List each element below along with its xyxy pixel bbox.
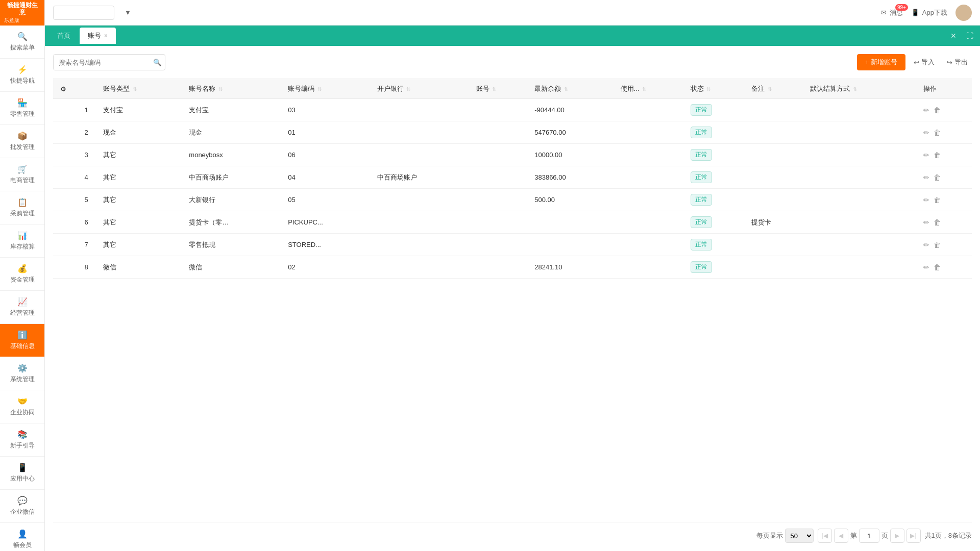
sidebar-item-system-mgmt[interactable]: ⚙️系统管理: [0, 357, 44, 390]
first-page-button[interactable]: |◀: [818, 529, 832, 543]
search-button[interactable]: 🔍: [150, 54, 165, 70]
row-bank: [373, 99, 472, 121]
delete-button[interactable]: 🗑: [934, 173, 941, 182]
edit-button[interactable]: ✏: [923, 173, 929, 182]
row-bank: [373, 121, 472, 144]
edit-button[interactable]: ✏: [923, 106, 929, 114]
sidebar-item-enterprise-wechat[interactable]: 💬企业微信: [0, 490, 44, 523]
sidebar-item-beginner-guide[interactable]: 📚新手引导: [0, 423, 44, 457]
row-usage: [617, 144, 687, 166]
fullscreen-button[interactable]: ⛶: [964, 30, 976, 42]
row-account-code: 04: [284, 166, 373, 189]
delete-button[interactable]: 🗑: [934, 218, 941, 227]
toolbar-right: + 新增账号 ↩ 导入 ↪ 导出: [857, 54, 972, 70]
per-page-select[interactable]: 102050100: [785, 529, 814, 543]
row-latest-balance: -90444.00: [530, 99, 616, 121]
tab-actions: ✕ ⛶: [947, 30, 976, 42]
row-settings: [53, 166, 74, 189]
sidebar-item-ecommerce-mgmt[interactable]: 🛒电商管理: [0, 158, 44, 191]
col-header-account-name[interactable]: 账号名称 ⇅: [185, 79, 284, 99]
row-default-settlement: [806, 211, 919, 234]
import-button[interactable]: ↩ 导入: [910, 54, 939, 70]
edit-button[interactable]: ✏: [923, 218, 929, 227]
sidebar-item-enterprise-agreement[interactable]: 🤝企业协同: [0, 390, 44, 423]
edit-button[interactable]: ✏: [923, 263, 929, 271]
tab-close-button[interactable]: ×: [104, 33, 108, 39]
col-header-default-settlement[interactable]: 默认结算方式 ⇅: [806, 79, 919, 99]
export-icon: ↪: [947, 59, 952, 66]
sidebar-item-basic-info[interactable]: ℹ️基础信息: [0, 324, 44, 357]
sidebar-item-label: 搜索菜单: [10, 43, 35, 52]
sidebar-item-quick-nav[interactable]: ⚡快捷导航: [0, 59, 44, 92]
sidebar-item-inventory[interactable]: 📊库存核算: [0, 224, 44, 258]
topbar-dropdown[interactable]: ▼: [125, 9, 131, 16]
col-header-status[interactable]: 状态 ⇅: [687, 79, 748, 99]
sidebar-item-member[interactable]: 👤畅会员: [0, 523, 44, 551]
delete-button[interactable]: 🗑: [934, 129, 941, 137]
row-account-no: [472, 99, 531, 121]
edit-button[interactable]: ✏: [923, 151, 929, 159]
sidebar-item-retail-mgmt[interactable]: 🏪零售管理: [0, 92, 44, 125]
edit-button[interactable]: ✏: [923, 241, 929, 249]
row-latest-balance: [530, 234, 616, 256]
sidebar-item-label: 库存核算: [10, 242, 35, 251]
user-avatar[interactable]: [955, 5, 972, 21]
sidebar-item-wholesale-mgmt[interactable]: 📦批发管理: [0, 125, 44, 158]
row-bank: [373, 189, 472, 211]
col-header-usage[interactable]: 使用... ⇅: [617, 79, 687, 99]
row-account-code: STORED...: [284, 234, 373, 256]
row-bank: [373, 256, 472, 279]
delete-button[interactable]: 🗑: [934, 241, 941, 249]
col-header-bank[interactable]: 开户银行 ⇅: [373, 79, 472, 99]
row-account-code: PICKUPC...: [284, 211, 373, 234]
row-action: ✏ 🗑: [919, 144, 972, 166]
row-action: ✏ 🗑: [919, 256, 972, 279]
row-account-type: 其它: [99, 234, 185, 256]
col-header-account-code[interactable]: 账号编码 ⇅: [284, 79, 373, 99]
row-num: 8: [74, 256, 99, 279]
page-number-input[interactable]: [859, 529, 879, 543]
message-button[interactable]: ✉ 消息 99+: [881, 8, 903, 17]
sidebar-item-search-menu[interactable]: 🔍搜索菜单: [0, 26, 44, 59]
row-remark: [747, 144, 806, 166]
next-page-button[interactable]: ▶: [890, 529, 904, 543]
delete-button[interactable]: 🗑: [934, 151, 941, 159]
tab-account[interactable]: 账号×: [80, 28, 116, 44]
col-header-latest-balance[interactable]: 最新余额 ⇅: [530, 79, 616, 99]
col-header-account-type[interactable]: 账号类型 ⇅: [99, 79, 185, 99]
delete-button[interactable]: 🗑: [934, 263, 941, 271]
row-bank: [373, 211, 472, 234]
tab-home[interactable]: 首页: [49, 28, 79, 44]
edit-button[interactable]: ✏: [923, 196, 929, 204]
sidebar-item-app-center[interactable]: 📱应用中心: [0, 457, 44, 490]
col-header-settings[interactable]: ⚙: [53, 79, 74, 99]
edit-button[interactable]: ✏: [923, 129, 929, 137]
row-num: 5: [74, 189, 99, 211]
sidebar-item-finance-mgmt[interactable]: 💰资金管理: [0, 258, 44, 291]
close-all-tabs-button[interactable]: ✕: [947, 30, 960, 42]
app-download-button[interactable]: 📱 App下载: [911, 8, 947, 17]
row-account-name: moneybosx: [185, 144, 284, 166]
sidebar-item-purchase-mgmt[interactable]: 📋采购管理: [0, 191, 44, 224]
add-account-button[interactable]: + 新增账号: [857, 54, 905, 70]
row-status: 正常: [687, 144, 748, 166]
row-bank: 中百商场账户: [373, 166, 472, 189]
row-account-type: 其它: [99, 144, 185, 166]
purchase-mgmt-icon: 📋: [17, 197, 28, 207]
row-usage: [617, 189, 687, 211]
row-default-settlement: [806, 234, 919, 256]
topbar-search-input[interactable]: [53, 6, 114, 20]
sidebar-item-business-mgmt[interactable]: 📈经营管理: [0, 291, 44, 324]
sidebar-item-label: 快捷导航: [10, 77, 35, 85]
last-page-button[interactable]: ▶|: [906, 529, 921, 543]
delete-button[interactable]: 🗑: [934, 196, 941, 204]
finance-mgmt-icon: 💰: [17, 264, 28, 273]
col-header-remark[interactable]: 备注 ⇅: [747, 79, 806, 99]
row-latest-balance: 383866.00: [530, 166, 616, 189]
prev-page-button[interactable]: ◀: [834, 529, 848, 543]
account-search-input[interactable]: [54, 55, 150, 70]
col-header-account-no[interactable]: 账号 ⇅: [472, 79, 531, 99]
delete-button[interactable]: 🗑: [934, 106, 941, 114]
total-info: 共1页，8条记录: [925, 531, 972, 540]
export-button[interactable]: ↪ 导出: [943, 54, 972, 70]
